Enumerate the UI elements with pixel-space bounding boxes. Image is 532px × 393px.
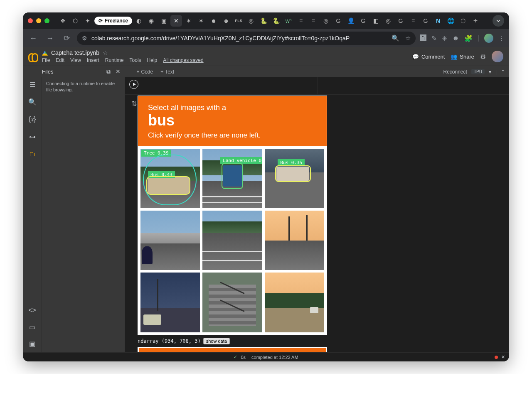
tab-icon[interactable]: G (332, 15, 344, 27)
toc-icon[interactable]: ☰ (27, 79, 38, 90)
settings-gear-icon[interactable]: ⚙ (480, 53, 486, 61)
menu-tools[interactable]: Tools (130, 57, 141, 63)
forward-button[interactable]: → (44, 34, 56, 43)
captcha-line3: Click verify once there are none left. (148, 131, 317, 140)
tab-icon[interactable]: ✶ (183, 15, 195, 27)
translate-icon[interactable]: 🅰 (420, 34, 426, 42)
tab-active-close[interactable]: ✕ (170, 15, 182, 27)
extension-icon[interactable]: ✎ (431, 34, 437, 42)
menu-insert[interactable]: Insert (87, 57, 99, 63)
tab-icon[interactable]: ⬡ (69, 15, 81, 27)
tab-freelance[interactable]: ⟳ Freelance (94, 17, 132, 25)
terminal-icon[interactable]: ▣ (27, 338, 38, 349)
menu-runtime[interactable]: Runtime (105, 57, 124, 63)
account-avatar[interactable] (492, 51, 503, 62)
reconnect-button[interactable]: Reconnect (443, 69, 467, 75)
tab-icon[interactable]: 🐍 (258, 15, 269, 27)
tab-icon[interactable]: N (432, 15, 444, 27)
tab-icon[interactable]: ◉ (145, 15, 157, 27)
add-code-label: Code (141, 69, 153, 75)
cell-toolbar-icon[interactable]: ⇅ (129, 99, 138, 108)
command-palette-icon[interactable]: ▭ (27, 322, 38, 332)
zoom-icon[interactable]: 🔍 (392, 34, 399, 42)
captcha-tile[interactable] (265, 273, 324, 332)
back-button[interactable]: ← (27, 34, 39, 43)
runtime-dropdown-icon[interactable]: ▾ (489, 69, 491, 75)
comment-icon: 💬 (412, 54, 419, 60)
tab-icon[interactable]: ◎ (320, 15, 332, 27)
extensions-puzzle-icon[interactable]: 🧩 (464, 34, 473, 42)
menu-help[interactable]: Help (147, 57, 158, 63)
colab-logo-icon[interactable] (29, 52, 38, 61)
add-code-button[interactable]: +Code (136, 69, 153, 75)
star-button[interactable]: ☆ (103, 49, 108, 56)
tab-icon[interactable]: ✶ (195, 15, 207, 27)
bookmark-icon[interactable]: ☆ (405, 34, 411, 42)
tab-icon[interactable]: ☻ (208, 15, 219, 27)
tab-icon[interactable]: 👤 (345, 15, 357, 27)
status-message: completed at 12:22 AM (251, 355, 298, 360)
tab-icon[interactable]: w³ (283, 15, 294, 27)
tab-overflow-button[interactable] (493, 15, 504, 27)
tab-icon[interactable]: ▣ (158, 15, 170, 27)
collapse-button[interactable]: ⌃ (501, 69, 505, 75)
new-window-icon[interactable]: ⧉ (106, 68, 111, 75)
code-cell[interactable] (125, 77, 509, 95)
status-close-icon[interactable]: ✕ (501, 354, 505, 360)
reload-button[interactable]: ⟳ (60, 34, 73, 43)
tab-icon[interactable]: G (357, 15, 369, 27)
menu-file[interactable]: File (42, 57, 50, 63)
add-text-button[interactable]: +Text (160, 69, 174, 75)
tab-icon[interactable]: ◎ (245, 15, 257, 27)
save-status[interactable]: All changes saved (163, 57, 203, 63)
search-icon[interactable]: 🔍 (27, 96, 38, 107)
menu-edit[interactable]: Edit (56, 57, 64, 63)
new-tab-button[interactable]: + (470, 17, 481, 25)
tab-icon[interactable]: ≡ (295, 15, 307, 27)
tab-icon[interactable]: G (395, 15, 406, 27)
share-button[interactable]: 👥 Share (451, 54, 474, 60)
tab-icon[interactable]: ☻ (220, 15, 232, 27)
tab-icon[interactable]: ❖ (57, 15, 69, 27)
tab-icon[interactable]: ⬡ (457, 15, 469, 27)
captcha-tile[interactable] (202, 273, 262, 332)
minimize-window-dot[interactable] (36, 18, 41, 23)
profile-avatar[interactable] (484, 34, 493, 43)
files-icon[interactable]: 🗀 (27, 149, 38, 160)
tab-icon[interactable]: ◎ (382, 15, 394, 27)
extension-icon[interactable]: ✳ (442, 34, 447, 42)
tab-icon[interactable]: ≡ (407, 15, 419, 27)
captcha-tile[interactable]: Bus 0.35 (265, 149, 324, 208)
browser-menu-icon[interactable]: ⋮ (498, 34, 505, 42)
captcha-tile[interactable] (265, 211, 324, 270)
menu-view[interactable]: View (70, 57, 81, 63)
captcha-tile[interactable] (202, 211, 262, 270)
comment-button[interactable]: 💬 Comment (412, 54, 445, 60)
tab-icon[interactable]: ≡ (308, 15, 319, 27)
captcha-tile[interactable] (140, 211, 200, 270)
captcha-tile[interactable]: Tree 0.39 Bus 0.43 (140, 149, 200, 208)
tab-icon[interactable]: ◧ (370, 15, 382, 27)
tab-icon[interactable]: ◐ (133, 15, 145, 27)
secrets-icon[interactable]: ⊶ (27, 131, 38, 142)
tab-icon[interactable]: 🐍 (270, 15, 282, 27)
close-window-dot[interactable] (28, 18, 33, 23)
code-snippets-icon[interactable]: <> (27, 305, 38, 316)
captcha-grid: Tree 0.39 Bus 0.43 Land vehicle 0.41 (138, 146, 327, 335)
ndarray-output-line: ndarray (934, 708, 3) show data (138, 338, 505, 344)
tab-icon[interactable]: PLS (233, 15, 244, 27)
zoom-window-dot[interactable] (44, 18, 49, 23)
tab-icon[interactable]: G (420, 15, 431, 27)
omnibox[interactable]: ⚙ colab.research.google.com/drive/1YADYv… (77, 32, 416, 45)
extension-icon[interactable]: ☻ (452, 34, 459, 42)
site-settings-icon[interactable]: ⚙ (82, 35, 87, 42)
captcha-tile[interactable]: Land vehicle 0.41 (202, 149, 262, 208)
tab-icon[interactable]: 🌐 (445, 15, 456, 27)
run-cell-button[interactable] (129, 80, 138, 89)
variables-icon[interactable]: {𝑥} (27, 114, 38, 125)
tab-icon[interactable]: ✦ (82, 15, 94, 27)
notebook-title[interactable]: Captcha test.ipynb (51, 49, 99, 56)
show-data-button[interactable]: show data (203, 338, 230, 344)
close-panel-icon[interactable]: ✕ (116, 68, 121, 75)
captcha-tile[interactable] (140, 273, 200, 332)
